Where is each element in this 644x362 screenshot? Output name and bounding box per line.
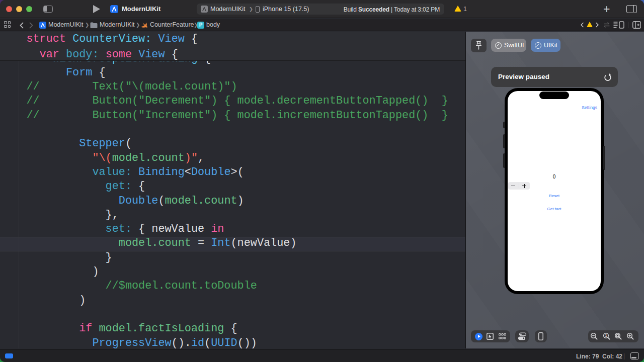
svg-text:1: 1 bbox=[605, 333, 607, 338]
